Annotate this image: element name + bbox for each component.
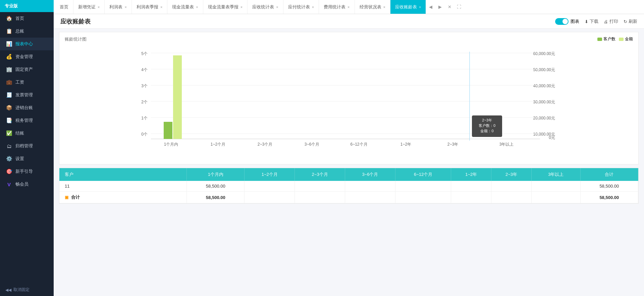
svg-text:1个: 1个 [141, 116, 148, 120]
tab-operation-close[interactable]: × [383, 5, 385, 9]
total-month6-12 [395, 192, 451, 203]
svg-text:60,000.00元: 60,000.00元 [533, 51, 555, 56]
print-button[interactable]: 🖨 打印 [604, 18, 618, 24]
tab-voucher-close[interactable]: × [98, 5, 100, 9]
sidebar-item-settings[interactable]: ⚙️ 设置 [0, 152, 54, 165]
tab-close-all[interactable]: ✕ [445, 2, 454, 12]
tax-icon: 📑 [6, 117, 12, 124]
settings-icon: ⚙️ [6, 156, 12, 162]
svg-text:3个: 3个 [141, 84, 148, 88]
sidebar-item-funds[interactable]: 💰 资金管理 [0, 50, 54, 63]
chart-toggle-wrap[interactable]: 图表 [555, 18, 579, 25]
svg-text:客户数：0: 客户数：0 [479, 124, 495, 128]
col-year3-plus: 3年以上 [532, 168, 581, 181]
sidebar-item-ledger[interactable]: 📋 总账 [0, 25, 54, 38]
svg-text:2~3年: 2~3年 [482, 118, 492, 122]
svg-text:40,000.00元: 40,000.00元 [533, 84, 555, 88]
sidebar-item-reports[interactable]: 📊 报表中心 [0, 38, 54, 50]
svg-text:2~3年: 2~3年 [447, 142, 458, 147]
svg-text:3~6个月: 3~6个月 [305, 142, 319, 147]
download-button[interactable]: ⬇ 下载 [585, 18, 598, 24]
tab-profit-close[interactable]: × [124, 5, 126, 9]
svg-text:30,000.00元: 30,000.00元 [533, 100, 555, 104]
svg-text:1~2年: 1~2年 [400, 142, 411, 147]
sidebar-item-member[interactable]: V 畅会员 [0, 178, 54, 191]
col-year1-2: 1~2年 [451, 168, 491, 181]
settle-icon: ✅ [6, 130, 12, 136]
tab-home[interactable]: 首页 [55, 0, 73, 14]
col-month3-6: 3~6个月 [345, 168, 395, 181]
svg-text:6~12个月: 6~12个月 [350, 142, 367, 147]
bar-amount-0 [173, 55, 182, 139]
svg-text:0个: 0个 [141, 132, 148, 137]
tab-operation[interactable]: 经营状况表 × [355, 0, 390, 14]
svg-text:1个月内: 1个月内 [164, 142, 178, 147]
tab-profit-q[interactable]: 利润表季报 × [132, 0, 167, 14]
app-logo: 专业版 [0, 0, 54, 12]
page-header: 应收账龄表 图表 ⬇ 下载 🖨 打印 ↻ 刷新 [54, 14, 644, 29]
download-icon: ⬇ [585, 19, 588, 24]
chart-toggle[interactable] [555, 18, 569, 25]
col-month1: 1个月内 [187, 168, 245, 181]
sidebar-item-assets[interactable]: 🏢 固定资产 [0, 63, 54, 76]
sidebar-item-settle[interactable]: ✅ 结账 [0, 127, 54, 140]
legend-customer: 客户数 [597, 36, 615, 42]
cell-total: 58,500.00 [580, 181, 638, 192]
sidebar-item-invoice[interactable]: 🧾 发票管理 [0, 89, 54, 101]
sidebar-item-guide[interactable]: 🎯 新手引导 [0, 165, 54, 178]
assets-icon: 🏢 [6, 66, 12, 72]
tab-profit[interactable]: 利润表 × [105, 0, 131, 14]
total-icon: ▣ [65, 195, 68, 200]
sidebar-item-sales[interactable]: 📦 进销台账 [0, 101, 54, 114]
cell-customer: 11 [59, 181, 187, 192]
tab-cashflow-close[interactable]: × [196, 5, 198, 9]
funds-icon: 💰 [6, 54, 12, 60]
svg-text:0元: 0元 [549, 135, 555, 140]
tab-profit-q-close[interactable]: × [160, 5, 162, 9]
total-year1-2 [451, 192, 491, 203]
unpin-button[interactable]: ◀◀ 取消固定 [0, 284, 54, 296]
tab-nav-next[interactable]: ▶ [435, 2, 445, 12]
tab-ar-stat-close[interactable]: × [276, 5, 278, 9]
tab-cashflow-q-close[interactable]: × [240, 5, 243, 9]
refresh-button[interactable]: ↻ 刷新 [624, 18, 637, 24]
ledger-icon: 📋 [6, 28, 12, 34]
legend-amount-dot [619, 38, 624, 41]
sidebar: 专业版 🏠 首页 📋 总账 📊 报表中心 💰 资金管理 🏢 固定资产 💼 工资 … [0, 0, 54, 296]
tab-cashflow[interactable]: 现金流量表 × [167, 0, 203, 14]
svg-text:20,000.00元: 20,000.00元 [533, 116, 555, 120]
sidebar-item-archive[interactable]: 🗂 归档管理 [0, 140, 54, 152]
cell-month1-2 [245, 181, 295, 192]
tab-expense[interactable]: 费用统计表 × [319, 0, 355, 14]
tab-fullscreen[interactable]: ⛶ [454, 2, 464, 12]
tab-bar: 首页 新增凭证 × 利润表 × 利润表季报 × 现金流量表 × 现金流量表季报 … [54, 0, 644, 14]
chart-svg-wrap: 5个 4个 3个 2个 1个 0个 60,000.00元 50,000.00元 … [65, 45, 633, 160]
tab-ar-stat[interactable]: 应收统计表 × [248, 0, 283, 14]
col-month6-12: 6~12个月 [395, 168, 451, 181]
tab-nav-prev[interactable]: ◀ [426, 2, 435, 12]
arrow-left-icon: ◀◀ [5, 288, 11, 292]
tab-ar-aging-close[interactable]: × [419, 5, 421, 9]
tab-ap-stat-close[interactable]: × [312, 5, 314, 9]
sidebar-item-home[interactable]: 🏠 首页 [0, 12, 54, 25]
cell-month3-6 [345, 181, 395, 192]
main-content: 首页 新增凭证 × 利润表 × 利润表季报 × 现金流量表 × 现金流量表季报 … [54, 0, 644, 296]
tab-cashflow-q[interactable]: 现金流量表季报 × [203, 0, 248, 14]
cell-month1: 58,500.00 [187, 181, 245, 192]
tab-voucher[interactable]: 新增凭证 × [73, 0, 105, 14]
legend-amount: 金额 [619, 36, 633, 42]
archive-icon: 🗂 [6, 143, 12, 149]
svg-text:金额：0: 金额：0 [480, 129, 493, 133]
total-month1: 58,500.00 [187, 192, 245, 203]
sidebar-item-salary[interactable]: 💼 工资 [0, 76, 54, 89]
salary-icon: 💼 [6, 79, 12, 85]
member-icon: V [6, 182, 12, 187]
tab-ap-stat[interactable]: 应付统计表 × [283, 0, 319, 14]
total-total: 58,500.00 [580, 192, 638, 203]
tab-ar-aging[interactable]: 应收账龄表 × [390, 0, 426, 14]
chart-title: 账龄统计图 [65, 36, 633, 42]
tab-expense-close[interactable]: × [347, 5, 350, 9]
sidebar-item-tax[interactable]: 📑 税务管理 [0, 114, 54, 127]
col-total: 合计 [580, 168, 638, 181]
cell-month6-12 [395, 181, 451, 192]
